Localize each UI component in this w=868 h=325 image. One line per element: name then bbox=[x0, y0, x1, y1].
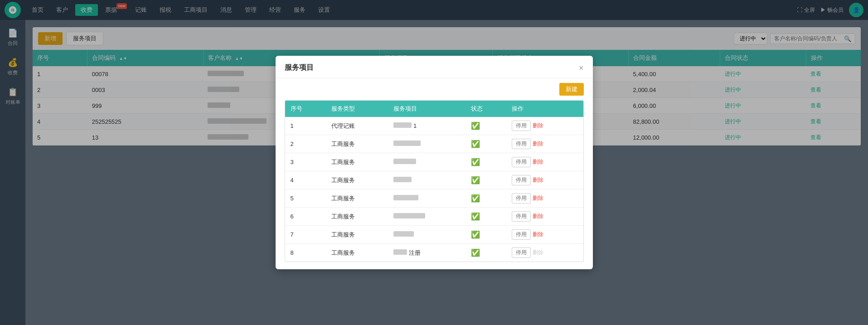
delete-button[interactable]: 删除 bbox=[533, 158, 543, 166]
stop-button[interactable]: 停用 bbox=[512, 229, 531, 240]
modal-table-row: 6 工商服务 ✅ 停用 删除 bbox=[285, 208, 583, 226]
delete-button[interactable]: 删除 bbox=[533, 122, 543, 130]
stop-button[interactable]: 停用 bbox=[512, 139, 531, 149]
modal-table-header: 序号 服务类型 服务项目 状态 操作 bbox=[285, 101, 583, 117]
delete-button[interactable]: 删除 bbox=[533, 176, 543, 184]
stop-button[interactable]: 停用 bbox=[512, 175, 531, 185]
stop-button[interactable]: 停用 bbox=[512, 211, 531, 222]
modal-table-row: 3 工商服务 ✅ 停用 删除 bbox=[285, 153, 583, 171]
stop-button[interactable]: 停用 bbox=[512, 247, 531, 258]
modal-col-type: 服务类型 bbox=[326, 101, 388, 117]
stop-button[interactable]: 停用 bbox=[512, 157, 531, 167]
modal-col-item: 服务项目 bbox=[388, 101, 465, 117]
stop-button[interactable]: 停用 bbox=[512, 193, 531, 204]
content-area: 新增 服务项目 进行中 已完成 已终止 🔍 bbox=[25, 20, 868, 325]
modal-table-row: 4 工商服务 ✅ 停用 删除 bbox=[285, 171, 583, 189]
delete-button[interactable]: 删除 bbox=[533, 249, 543, 257]
modal-col-status: 状态 bbox=[466, 101, 506, 117]
delete-button[interactable]: 删除 bbox=[533, 231, 543, 238]
modal-header: 服务项目 × bbox=[276, 56, 593, 78]
modal-new-button[interactable]: 新建 bbox=[559, 83, 584, 96]
modal-table-row: 1 代理记账 1 ✅ 停用 删除 bbox=[285, 117, 583, 135]
stop-button[interactable]: 停用 bbox=[512, 121, 531, 131]
modal-title: 服务项目 bbox=[285, 63, 314, 73]
modal-close-button[interactable]: × bbox=[579, 64, 584, 72]
modal-col-seq: 序号 bbox=[285, 101, 326, 117]
modal-col-ops: 操作 bbox=[506, 101, 583, 117]
modal-table-wrap: 序号 服务类型 服务项目 状态 操作 1 代理记账 1 bbox=[285, 100, 584, 262]
main-layout: 📄 合同 💰 收费 📋 对账单 新增 服务项目 进行中 已完成 已终止 bbox=[0, 20, 868, 325]
service-items-modal: 服务项目 × 新建 序号 服务类型 服务项目 状态 bbox=[276, 56, 593, 269]
modal-toolbar: 新建 bbox=[276, 78, 593, 100]
modal-table-row: 8 工商服务 注册 ✅ 停用 删除 bbox=[285, 244, 583, 262]
modal-table-row: 2 工商服务 ✅ 停用 删除 bbox=[285, 135, 583, 153]
modal-table-row: 7 工商服务 ✅ 停用 删除 bbox=[285, 226, 583, 244]
modal-overlay: 服务项目 × 新建 序号 服务类型 服务项目 状态 bbox=[25, 20, 868, 325]
modal-table-row: 5 工商服务 ✅ 停用 删除 bbox=[285, 189, 583, 208]
delete-button[interactable]: 删除 bbox=[533, 213, 543, 220]
service-items-table: 序号 服务类型 服务项目 状态 操作 1 代理记账 1 bbox=[285, 101, 583, 262]
delete-button[interactable]: 删除 bbox=[533, 194, 543, 202]
delete-button[interactable]: 删除 bbox=[533, 140, 543, 148]
